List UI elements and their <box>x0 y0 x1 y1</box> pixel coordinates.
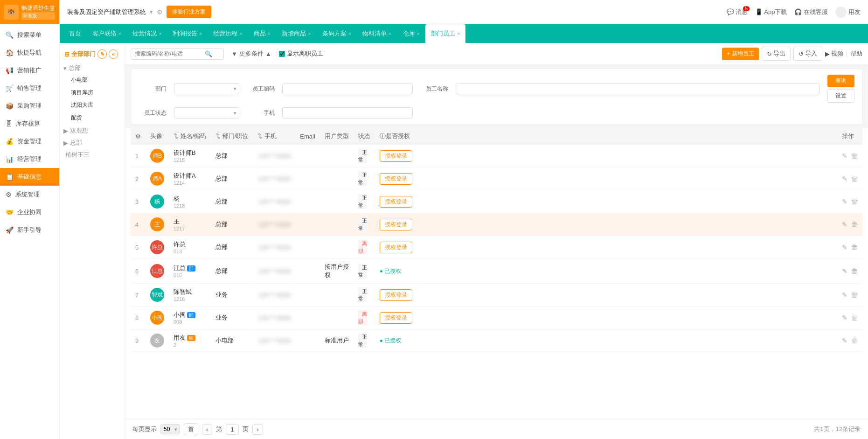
delete-icon[interactable]: 🗑 <box>851 291 858 299</box>
sidebar-item-guide[interactable]: 🚀新手引导 <box>0 221 59 239</box>
sidebar-item-sales[interactable]: 🛒销售管理 <box>0 79 59 97</box>
try-btn[interactable]: 体验行业方案 <box>167 6 211 18</box>
auth-btn[interactable]: 授权登录 <box>380 173 412 185</box>
tab-goods[interactable]: 商品× <box>248 24 276 43</box>
search-input[interactable] <box>135 50 205 57</box>
delete-icon[interactable]: 🗑 <box>851 314 858 321</box>
more-filter-btn[interactable]: ▼ 更多条件 ▲ <box>228 48 275 60</box>
edit-icon[interactable]: ✎ <box>842 175 847 182</box>
settings-icon[interactable]: ⚙ <box>157 8 163 16</box>
edit-icon[interactable]: ✎ <box>842 152 847 160</box>
next-page-btn[interactable]: › <box>252 424 263 435</box>
edit-icon[interactable]: ✎ <box>842 267 847 275</box>
first-page-btn[interactable]: 首 <box>184 423 198 435</box>
employee-code: 1216 <box>174 296 206 302</box>
close-icon[interactable]: × <box>457 31 460 36</box>
tab-bom[interactable]: 物料清单× <box>357 24 397 43</box>
dept-item-xiangmu[interactable]: 项目库房 <box>60 86 125 99</box>
delete-icon[interactable]: 🗑 <box>851 267 858 275</box>
auth-btn[interactable]: 授权登录 <box>380 150 412 162</box>
tab-customer[interactable]: 客户联络× <box>87 24 127 43</box>
auth-btn[interactable]: 授权登录 <box>380 219 412 230</box>
dept-group-zongbu[interactable]: ▾ 总部 <box>60 62 125 74</box>
edit-icon[interactable]: ✎ <box>842 291 847 299</box>
edit-icon[interactable]: ✎ <box>842 314 847 321</box>
close-icon[interactable]: × <box>268 31 271 36</box>
dept-item-xiaodianboo[interactable]: 小电部 <box>60 74 125 86</box>
sidebar-item-search[interactable]: 🔍搜索菜单 <box>0 26 59 44</box>
auth-btn[interactable]: 授权登录 <box>380 196 412 208</box>
sidebar-item-basic[interactable]: 📋基础信息 <box>0 168 59 186</box>
auth-btn[interactable]: 授权登录 <box>380 289 412 301</box>
dept-group-zongbu2[interactable]: ▶ 总部 <box>60 136 125 148</box>
add-employee-btn[interactable]: + 新增员工 <box>722 48 758 60</box>
show-resign-checkbox[interactable] <box>279 51 285 57</box>
dept-group-zhishu[interactable]: 植树王三 <box>60 148 125 160</box>
prev-page-btn[interactable]: ‹ <box>202 424 212 435</box>
dept-group-shuanglu[interactable]: ▶ 双鹿想 <box>60 124 125 136</box>
delete-icon[interactable]: 🗑 <box>851 198 858 205</box>
sidebar-item-system[interactable]: ⚙系统管理 <box>0 186 59 203</box>
sidebar-item-shortcut[interactable]: 🏠快捷导航 <box>0 44 59 62</box>
message-btn[interactable]: 💬 5 消息 <box>727 8 748 16</box>
delete-icon[interactable]: 🗑 <box>851 221 858 228</box>
tab-profit[interactable]: 利润报告× <box>167 24 208 43</box>
emp-code-input[interactable] <box>282 83 413 94</box>
dept-item-shenyang[interactable]: 沈阳大库 <box>60 99 125 111</box>
close-icon[interactable]: × <box>239 31 242 36</box>
user-menu[interactable]: 用友 <box>835 7 861 18</box>
set-btn[interactable]: 设置 <box>827 89 854 103</box>
query-btn[interactable]: 查询 <box>827 75 854 87</box>
th-phone[interactable]: ⇅ 手机 <box>253 128 295 145</box>
search-icon[interactable]: 🔍 <box>205 50 212 57</box>
page-size-select[interactable]: 50 <box>160 424 180 434</box>
delete-icon[interactable]: 🗑 <box>851 175 858 182</box>
edit-icon[interactable]: ✎ <box>842 221 847 228</box>
close-icon[interactable]: × <box>308 31 311 36</box>
edit-icon[interactable]: ✎ <box>842 244 847 251</box>
th-dept[interactable]: ⇅ 部门/职位 <box>211 128 253 145</box>
tab-history[interactable]: 经营历程× <box>208 24 248 43</box>
emp-status-select[interactable] <box>174 107 239 118</box>
import-btn[interactable]: ↺ 导入 <box>793 47 822 61</box>
tab-barcode[interactable]: 条码方案× <box>317 24 357 43</box>
sidebar-item-collab[interactable]: 🤝企业协同 <box>0 203 59 221</box>
emp-name-input[interactable] <box>456 83 820 94</box>
close-icon[interactable]: × <box>348 31 351 36</box>
dropdown-arrow-icon[interactable]: ▾ <box>150 8 153 15</box>
delete-icon[interactable]: 🗑 <box>851 152 858 160</box>
tab-add-goods[interactable]: 新增商品× <box>276 24 316 43</box>
edit-icon[interactable]: ✎ <box>842 337 847 344</box>
online-service-btn[interactable]: 🎧 在线客服 <box>794 8 828 16</box>
edit-dept-btn[interactable]: ✎ <box>97 49 107 59</box>
close-icon[interactable]: × <box>199 31 202 36</box>
app-download-btn[interactable]: 📱 App下载 <box>755 8 787 16</box>
sidebar-item-finance[interactable]: 💰资金管理 <box>0 132 59 150</box>
tab-home[interactable]: 首页 <box>63 24 87 43</box>
auth-btn[interactable]: 授权登录 <box>380 312 412 324</box>
auth-btn[interactable]: 授权登录 <box>380 242 412 253</box>
help-btn[interactable]: 帮助 <box>850 49 862 58</box>
sidebar-item-marketing[interactable]: 📢营销推广 <box>0 62 59 79</box>
collapse-btn[interactable]: « <box>109 49 118 59</box>
settings-col-icon[interactable]: ⚙ <box>135 133 141 140</box>
sidebar-item-purchase[interactable]: 📦采购管理 <box>0 97 59 115</box>
export-btn[interactable]: ↻ 导出 <box>762 47 791 61</box>
dept-item-peihuo[interactable]: 配货 <box>60 111 125 124</box>
tab-operation-status[interactable]: 经营情况× <box>127 24 167 43</box>
th-name[interactable]: ⇅ 姓名/编码 <box>169 128 211 145</box>
sidebar-item-operation[interactable]: 📊经营管理 <box>0 150 59 168</box>
tab-employee[interactable]: 部门员工× <box>425 24 465 43</box>
delete-icon[interactable]: 🗑 <box>851 337 858 344</box>
sidebar-item-inventory[interactable]: 🗄库存核算 <box>0 115 59 132</box>
phone-input[interactable] <box>282 107 413 118</box>
dept-select[interactable] <box>174 83 239 94</box>
close-icon[interactable]: × <box>417 31 420 36</box>
close-icon[interactable]: × <box>389 31 391 36</box>
close-icon[interactable]: × <box>118 31 121 36</box>
close-icon[interactable]: × <box>159 31 161 36</box>
tab-warehouse[interactable]: 仓库× <box>397 24 425 43</box>
edit-icon[interactable]: ✎ <box>842 198 847 205</box>
delete-icon[interactable]: 🗑 <box>851 244 858 251</box>
view-btn[interactable]: ▶ 视频 <box>825 49 843 58</box>
